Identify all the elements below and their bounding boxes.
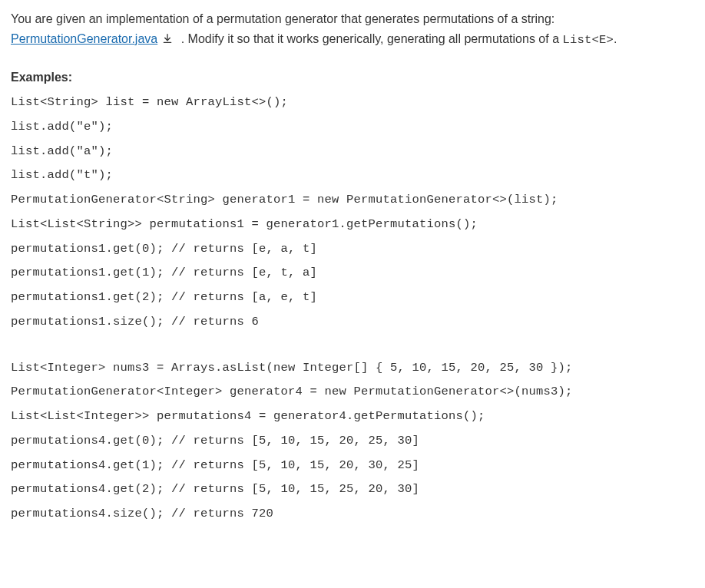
intro-paragraph: You are given an implementation of a per… (11, 9, 694, 49)
intro-text-2: . Modify it so that it works generically… (177, 32, 562, 45)
code-block-1: List<String> list = new ArrayList<>(); l… (11, 91, 694, 335)
code-block-2: List<Integer> nums3 = Arrays.asList(new … (11, 356, 694, 527)
code-spacer (11, 335, 694, 356)
intro-text-3: . (614, 32, 617, 45)
inline-code-list-e: List<E> (563, 33, 614, 47)
download-icon[interactable] (161, 31, 174, 45)
intro-text-1: You are given an implementation of a per… (11, 12, 554, 25)
file-link[interactable]: PermutationGenerator.java (11, 32, 157, 45)
examples-heading: Examples: (11, 68, 694, 88)
